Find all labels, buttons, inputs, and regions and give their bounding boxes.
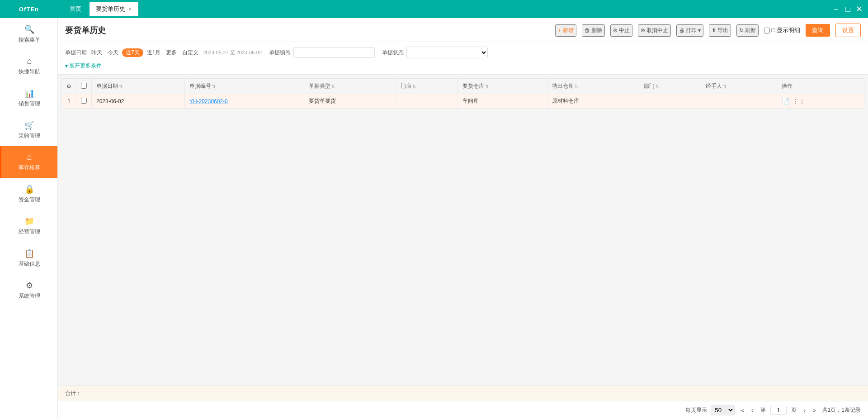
doc-status-select[interactable] [406, 47, 488, 58]
sidebar-item-finance-mgmt[interactable]: 🔒 资金管理 [0, 178, 57, 210]
show-detail-checkbox[interactable] [764, 28, 770, 33]
setting-button[interactable]: 设置 [835, 24, 861, 37]
row-checkbox[interactable] [81, 98, 87, 104]
col-doc-date[interactable]: 单据日期 ⇅ [92, 79, 185, 94]
first-page-btn[interactable]: « [738, 406, 747, 414]
last-page-btn[interactable]: » [810, 406, 819, 414]
sort-doc-date[interactable]: 单据日期 ⇅ [96, 82, 123, 90]
sidebar-item-inventory-calc[interactable]: ⌂ 库存核算 [0, 146, 57, 178]
sidebar-item-ops-mgmt[interactable]: 📁 经营管理 [0, 210, 57, 242]
brand-logo: OfTEn [0, 0, 58, 18]
tab-requisition-label: 要货单历史 [96, 5, 125, 13]
page-title: 要货单历史 [65, 25, 106, 36]
doc-status-label: 单据状态 [382, 49, 404, 57]
col-handler[interactable]: 经手人 ⇅ [701, 79, 777, 94]
current-page-input[interactable] [770, 406, 787, 415]
sort-icon-handler: ⇅ [723, 84, 726, 89]
next-page-btn[interactable]: › [801, 406, 808, 414]
col-pending-warehouse-label: 待出仓库 [552, 82, 574, 90]
col-settings[interactable]: ⚙ [62, 79, 76, 94]
export-button[interactable]: ⬆ 导出 [709, 24, 731, 37]
page-header: 要货单历史 + 新增 🗑 删除 ⊗ 中止 ⊗ 取消中止 [58, 18, 868, 42]
date-filter-group: 单据日期 昨天 今天 近7天 近1月 更多 自定义 2023-05-27 至 2… [65, 48, 262, 57]
sort-handler[interactable]: 经手人 ⇅ [706, 82, 726, 90]
close-window-icon[interactable]: ✕ [856, 4, 863, 14]
col-store-label: 门店 [401, 82, 411, 90]
row-actions: 📄 ⋮⋮ [777, 94, 864, 109]
refresh-button[interactable]: ↻ 刷新 [736, 24, 759, 37]
delete-icon: 🗑 [585, 27, 590, 33]
date-btn-more[interactable]: 更多 [164, 48, 179, 57]
inventory-icon: ⌂ [27, 152, 32, 162]
delete-button[interactable]: 🗑 删除 [582, 24, 605, 37]
stop-button[interactable]: ⊗ 中止 [610, 24, 632, 37]
expand-more-btn[interactable]: ▾ 展开更多条件 [65, 62, 861, 70]
pagination: 每页显示 50 20 100 200 « ‹ 第 页 › » 共1页，1条记录 [58, 401, 868, 419]
tab-home-label: 首页 [70, 5, 81, 13]
col-department-label: 部门 [644, 82, 655, 90]
date-btn-1month[interactable]: 近1月 [145, 48, 163, 57]
tab-home[interactable]: 首页 [63, 2, 88, 16]
query-button[interactable]: 查询 [806, 24, 830, 37]
view-icon[interactable]: 📄 [782, 98, 789, 105]
sys-icon: ⚙ [26, 281, 33, 290]
date-btn-yesterday[interactable]: 昨天 [90, 48, 104, 57]
per-page-label: 每页显示 [685, 406, 707, 414]
sidebar-item-purchase-mgmt[interactable]: 🛒 采购管理 [0, 114, 57, 146]
purchase-icon: 🛒 [24, 120, 34, 130]
col-doc-type-label: 单据类型 [309, 82, 330, 90]
date-btn-today[interactable]: 今天 [106, 48, 120, 57]
doc-no-link[interactable]: YH-20230602-0 [189, 98, 228, 105]
refresh-label: 刷新 [745, 27, 756, 34]
col-checkbox [76, 79, 92, 94]
sort-req-warehouse[interactable]: 要货仓库 ⇅ [462, 82, 489, 90]
col-store[interactable]: 门店 ⇅ [396, 79, 458, 94]
col-doc-no[interactable]: 单据编号 ⇅ [185, 79, 304, 94]
cancel-stop-button[interactable]: ⊗ 取消中止 [638, 24, 671, 37]
row-pending-warehouse: 原材料仓库 [547, 94, 639, 109]
sidebar-item-sys-mgmt[interactable]: ⚙ 系统管理 [0, 274, 57, 306]
sort-pending-warehouse[interactable]: 待出仓库 ⇅ [552, 82, 578, 90]
sidebar-item-base-info[interactable]: 📋 基础信息 [0, 242, 57, 274]
tab-close-icon[interactable]: ✕ [128, 6, 132, 12]
date-btn-7days[interactable]: 近7天 [122, 48, 143, 57]
sales-icon: 📊 [24, 88, 34, 98]
minimize-icon[interactable]: － [832, 4, 840, 14]
col-req-warehouse[interactable]: 要货仓库 ⇅ [458, 79, 547, 94]
page-suffix: 页 [788, 405, 799, 415]
row-checkbox-cell [76, 94, 92, 109]
sort-icon-pending-warehouse: ⇅ [575, 84, 578, 89]
sort-store[interactable]: 门店 ⇅ [401, 82, 416, 90]
sort-department[interactable]: 部门 ⇅ [644, 82, 659, 90]
print-button[interactable]: 🖨 打印 ▾ [676, 24, 703, 37]
doc-no-input[interactable] [293, 47, 375, 58]
sidebar-item-label: 采购管理 [19, 132, 40, 140]
col-department[interactable]: 部门 ⇅ [639, 79, 701, 94]
col-doc-type[interactable]: 单据类型 ⇅ [304, 79, 396, 94]
row-doc-no: YH-20230602-0 [185, 94, 304, 109]
maximize-icon[interactable]: □ [845, 5, 850, 14]
select-all-checkbox[interactable] [81, 83, 87, 89]
sort-doc-type[interactable]: 单据类型 ⇅ [309, 82, 335, 90]
stop-label: 中止 [619, 27, 630, 34]
sidebar-item-label: 经营管理 [19, 228, 40, 236]
show-detail-toggle[interactable]: □ 显示明细 [764, 26, 800, 34]
content-area: 要货单历史 + 新增 🗑 删除 ⊗ 中止 ⊗ 取消中止 [58, 18, 868, 419]
tab-requisition-history[interactable]: 要货单历史 ✕ [90, 2, 138, 16]
more-icon[interactable]: ⋮⋮ [793, 98, 805, 105]
sidebar-item-sales-mgmt[interactable]: 📊 销售管理 [0, 82, 57, 114]
prev-page-btn[interactable]: ‹ [749, 406, 756, 414]
sort-icon-doc-date: ⇅ [119, 84, 123, 89]
date-buttons: 昨天 今天 近7天 近1月 更多 自定义 [90, 48, 200, 57]
date-btn-custom[interactable]: 自定义 [180, 48, 200, 57]
new-button[interactable]: + 新增 [555, 24, 576, 37]
search-menu-icon: 🔍 [24, 24, 34, 34]
footer-summary: 合计： [58, 386, 868, 401]
sort-doc-no[interactable]: 单据编号 ⇅ [189, 82, 216, 90]
per-page-select[interactable]: 50 20 100 200 [711, 405, 735, 415]
sidebar-item-search-menu[interactable]: 🔍 搜索菜单 [0, 18, 57, 50]
sidebar-item-quick-nav[interactable]: ⌂ 快捷导航 [0, 50, 57, 82]
table-row: 1 2023-06-02 YH-20230602-0 要货单要货 车间库 原材料… [62, 94, 864, 109]
col-pending-warehouse[interactable]: 待出仓库 ⇅ [547, 79, 639, 94]
sidebar: 🔍 搜索菜单 ⌂ 快捷导航 📊 销售管理 🛒 采购管理 ⌂ 库存核算 🔒 资金管… [0, 18, 58, 419]
